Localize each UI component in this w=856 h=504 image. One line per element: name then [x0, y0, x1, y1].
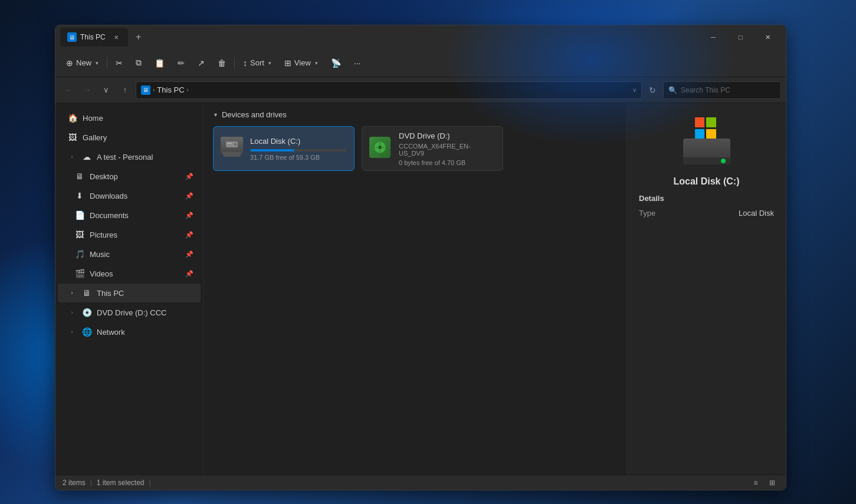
more-icon: ···: [354, 58, 361, 68]
rename-button[interactable]: ✏: [172, 53, 191, 73]
dvd-drive-icon: [369, 137, 391, 158]
path-chevron-1: ›: [153, 87, 155, 93]
expand-button[interactable]: ∨: [98, 82, 114, 98]
videos-icon: 🎬: [74, 268, 85, 279]
sort-icon: ↕: [243, 58, 247, 68]
desktop-icon: 🖥: [74, 171, 85, 182]
back-button[interactable]: ←: [60, 82, 77, 98]
tab-label: This PC: [80, 33, 106, 41]
address-bar: ← → ∨ ↑ 🖥 › This PC › ∨ ↻ 🔍 Search This …: [55, 77, 786, 103]
pictures-icon: 🖼: [74, 229, 85, 240]
drive-free-d: 0 bytes free of 4.70 GB: [399, 159, 496, 166]
view-button[interactable]: ⊞ View ▾: [278, 53, 324, 73]
drive-info-d: DVD Drive (D:) CCCOMA_X64FRE_EN-US_DV9 0…: [399, 131, 496, 166]
cut-button[interactable]: ✂: [110, 53, 129, 73]
sidebar-item-label: Gallery: [83, 133, 107, 142]
new-tab-button[interactable]: +: [130, 29, 147, 45]
forward-button[interactable]: →: [79, 82, 96, 98]
sidebar-item-music[interactable]: 🎵 Music 📌: [58, 245, 201, 263]
sidebar-item-documents[interactable]: 📄 Documents 📌: [58, 206, 201, 225]
this-pc-tab[interactable]: This PC ✕: [60, 28, 128, 47]
search-box[interactable]: 🔍 Search This PC: [663, 81, 781, 99]
win-quad-3: [695, 129, 705, 139]
toolbar: ⊕ New ▾ ✂ ⧉ 📋 ✏ ↗ 🗑 ↕ Sort ▾ ⊞: [55, 49, 786, 77]
sidebar-item-home[interactable]: 🏠 Home: [58, 108, 201, 127]
win-quad-2: [706, 117, 716, 127]
copy-button[interactable]: ⧉: [130, 53, 147, 73]
sidebar-item-videos[interactable]: 🎬 Videos 📌: [58, 264, 201, 283]
drive-name-c: Local Disk (C:): [250, 137, 347, 146]
new-chevron-icon: ▾: [96, 60, 99, 66]
win-quad-1: [695, 117, 705, 127]
details-drive-icon: [677, 117, 736, 164]
close-button[interactable]: ✕: [754, 28, 781, 47]
file-explorer-window: This PC ✕ + ─ □ ✕ ⊕ New ▾: [55, 25, 786, 490]
svg-point-2: [234, 143, 237, 146]
drive-storage-c: 31.7 GB free of 59.3 GB: [250, 154, 347, 161]
status-separator-1: |: [90, 479, 92, 487]
delete-button[interactable]: 🗑: [212, 53, 232, 73]
drive-subtitle-d: CCCOMA_X64FRE_EN-US_DV9: [399, 143, 496, 157]
details-section-title: Details: [639, 194, 664, 203]
sidebar-item-a-test[interactable]: › ☁ A test - Personal: [58, 147, 201, 166]
path-dropdown-icon: ∨: [632, 87, 637, 93]
pin-icon-downloads: 📌: [185, 192, 193, 200]
details-type-label: Type: [639, 209, 655, 218]
details-hdd-icon: [683, 139, 730, 164]
sidebar-item-downloads[interactable]: ⬇ Downloads 📌: [58, 186, 201, 205]
drive-item-d[interactable]: DVD Drive (D:) CCCOMA_X64FRE_EN-US_DV9 0…: [362, 126, 503, 171]
address-path[interactable]: 🖥 › This PC › ∨: [136, 81, 642, 99]
progress-bar-c: [250, 149, 347, 151]
tab-icon: [67, 32, 77, 42]
maximize-button[interactable]: □: [727, 28, 754, 47]
sidebar-item-label: Documents: [90, 211, 129, 220]
details-title: Local Disk (C:): [673, 176, 739, 187]
search-placeholder: Search This PC: [681, 86, 730, 94]
pin-icon-documents: 📌: [185, 212, 193, 219]
wifi-button[interactable]: 📡: [325, 53, 347, 73]
sort-button[interactable]: ↕ Sort ▾: [237, 53, 277, 73]
sidebar-item-gallery[interactable]: 🖼 Gallery: [58, 128, 201, 147]
dvd-icon: 💿: [81, 307, 92, 318]
drive-icon-d: [369, 137, 393, 160]
details-type-value: Local Disk: [739, 209, 774, 218]
status-right: ≡ ⊞: [749, 477, 779, 489]
grid-view-button[interactable]: ⊞: [766, 477, 779, 489]
drive-item-c[interactable]: Local Disk (C:) 31.7 GB free of 59.3 GB: [213, 126, 355, 171]
search-icon: 🔍: [668, 86, 677, 94]
more-button[interactable]: ···: [348, 53, 367, 73]
wifi-icon: 📡: [331, 58, 341, 68]
sidebar-item-label: Home: [83, 114, 103, 123]
refresh-button[interactable]: ↻: [644, 82, 661, 98]
paste-button[interactable]: 📋: [149, 53, 170, 73]
network-icon: 🌐: [81, 327, 92, 337]
copy-icon: ⧉: [136, 58, 142, 68]
sidebar-item-label: Network: [97, 328, 125, 337]
cut-icon: ✂: [116, 58, 123, 68]
sidebar-item-label: Pictures: [90, 230, 117, 239]
sidebar-item-this-pc[interactable]: › 🖥 This PC: [58, 284, 201, 302]
devices-section-header[interactable]: ▼ Devices and drives: [204, 103, 627, 124]
tab-close-button[interactable]: ✕: [111, 32, 121, 42]
share-button[interactable]: ↗: [192, 53, 211, 73]
hdd-icon: [221, 137, 243, 154]
minimize-button[interactable]: ─: [700, 28, 727, 47]
sidebar-item-label: Desktop: [90, 172, 118, 181]
sidebar-item-dvd-drive[interactable]: › 💿 DVD Drive (D:) CCC: [58, 303, 201, 322]
dvd-expand-icon: ›: [67, 308, 77, 317]
list-view-button[interactable]: ≡: [749, 477, 762, 489]
sidebar-item-network[interactable]: › 🌐 Network: [58, 322, 201, 341]
details-row-type: Type Local Disk: [639, 209, 774, 218]
status-bar: 2 items | 1 item selected | ≡ ⊞: [55, 475, 786, 490]
sidebar-item-desktop[interactable]: 🖥 Desktop 📌: [58, 167, 201, 186]
section-title: Devices and drives: [222, 110, 287, 119]
tab-area: This PC ✕ +: [60, 28, 700, 47]
up-button[interactable]: ↑: [117, 82, 133, 98]
pin-icon: 📌: [185, 173, 193, 180]
share-icon: ↗: [198, 58, 205, 68]
sidebar-item-pictures[interactable]: 🖼 Pictures 📌: [58, 225, 201, 244]
cloud-icon: ☁: [81, 151, 92, 162]
hdd-light-icon: [721, 159, 726, 163]
view-icon: ⊞: [284, 58, 291, 68]
new-button[interactable]: ⊕ New ▾: [60, 53, 104, 73]
